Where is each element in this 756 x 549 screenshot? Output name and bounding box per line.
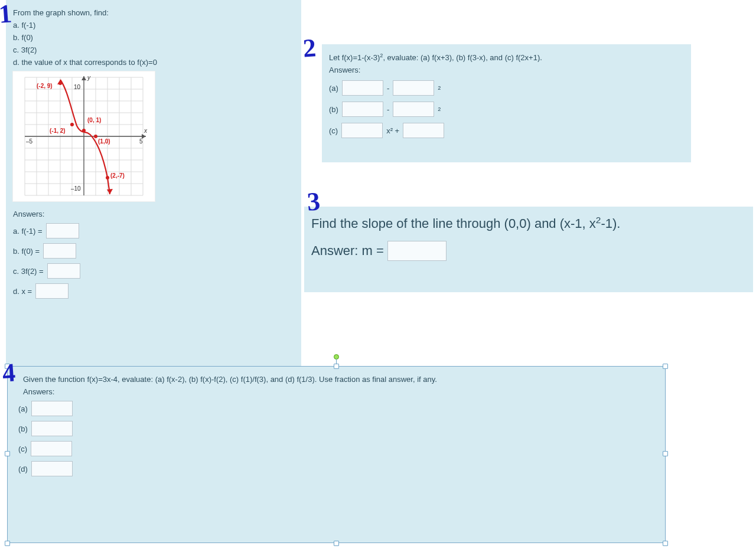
q1-answer-a-input[interactable] — [46, 223, 79, 238]
q4-d-input[interactable] — [31, 461, 73, 476]
q4-answer-d-row: (d) — [18, 461, 658, 476]
graph-y-label: y — [87, 74, 91, 81]
q2-a-input-1[interactable] — [342, 80, 383, 96]
q1-prompt: From the graph shown, find: — [13, 8, 294, 17]
q1-answer-d-input[interactable] — [35, 283, 69, 299]
q1-answers-label: Answers: — [13, 210, 294, 218]
q4-answer-b-row: (b) — [18, 421, 658, 436]
q1-answer-c-input[interactable] — [47, 263, 80, 279]
q1-item-b: b. f(0) — [13, 33, 294, 42]
q2-prompt-part1: Let f(x)=1-(x-3) — [329, 53, 380, 62]
graph-point-5: (2,-7) — [110, 172, 125, 179]
question-2-panel: Let f(x)=1-(x-3)2, evaluate: (a) f(x+3),… — [322, 44, 691, 162]
q1-answer-d-label: d. x = — [13, 287, 32, 296]
q4-a-input[interactable] — [31, 401, 73, 416]
q2-answer-a-row: (a) - 2 — [329, 80, 684, 96]
selection-handle-br[interactable] — [663, 541, 668, 546]
q2-a-sq: 2 — [438, 85, 441, 91]
q4-c-input[interactable] — [31, 441, 72, 456]
q1-item-a: a. f(-1) — [13, 21, 294, 30]
graph-tick-ybot: –10 — [71, 185, 81, 192]
q3-prompt-part2: -1). — [601, 216, 620, 231]
graph-point-3: (-1, 2) — [50, 128, 66, 134]
q1-answer-b-label: b. f(0) = — [13, 247, 40, 256]
q4-b-input[interactable] — [31, 421, 73, 436]
q2-b-input-2[interactable] — [393, 102, 434, 117]
graph-tick-xleft: –5 — [26, 138, 33, 145]
q2-b-minus: - — [387, 105, 389, 114]
q4-answer-c-row: (c) — [18, 441, 658, 456]
svg-point-32 — [106, 176, 109, 179]
q3-prompt-part1: Find the slope of the line through (0,0)… — [311, 216, 596, 231]
q2-answer-c-row: (c) x² + — [329, 123, 684, 138]
q2-b-input-1[interactable] — [342, 102, 383, 117]
question-4-panel: Given the function f(x)=3x-4, evaluate: … — [7, 366, 666, 543]
q1-answer-b-row: b. f(0) = — [13, 243, 294, 259]
svg-point-30 — [82, 129, 86, 132]
graph-tick-xright: 5 — [139, 138, 143, 145]
selection-handle-mr[interactable] — [663, 451, 668, 456]
selection-handle-tl[interactable] — [5, 364, 10, 369]
selection-handle-bc[interactable] — [334, 541, 339, 546]
q2-b-sq: 2 — [438, 106, 441, 112]
q2-a-input-2[interactable] — [393, 80, 434, 96]
q4-answer-a-row: (a) — [18, 401, 658, 416]
q1-answer-a-label: a. f(-1) = — [13, 227, 43, 236]
q4-a-label: (a) — [18, 404, 28, 413]
q2-prompt: Let f(x)=1-(x-3)2, evaluate: (a) f(x+3),… — [329, 53, 684, 62]
q2-a-label: (a) — [329, 84, 338, 93]
q2-answer-b-row: (b) - 2 — [329, 102, 684, 117]
q1-item-d: d. the value of x that corresponds to f(… — [13, 58, 294, 67]
q4-c-label: (c) — [18, 445, 27, 453]
q1-answer-d-row: d. x = — [13, 283, 294, 299]
q1-answer-a-row: a. f(-1) = — [13, 223, 294, 238]
handwritten-2: 2 — [302, 35, 317, 61]
svg-marker-25 — [82, 76, 86, 80]
selection-handle-tr[interactable] — [663, 364, 668, 369]
graph-point-4: (1,0) — [98, 138, 110, 145]
q2-c-input-1[interactable] — [341, 123, 383, 138]
question-1-panel: From the graph shown, find: a. f(-1) b. … — [6, 0, 301, 366]
q3-answer-label: Answer: m = — [311, 243, 384, 259]
graph-point-2: (0, 1) — [87, 117, 101, 123]
q1-answer-c-label: c. 3f(2) = — [13, 267, 44, 276]
q4-b-label: (b) — [18, 424, 28, 433]
svg-point-28 — [58, 81, 62, 85]
q2-answers-label: Answers: — [329, 66, 684, 74]
q2-c-label: (c) — [329, 126, 338, 135]
selection-handle-ml[interactable] — [5, 451, 10, 456]
q3-prompt: Find the slope of the line through (0,0)… — [311, 215, 746, 231]
q1-answer-c-row: c. 3f(2) = — [13, 263, 294, 279]
q2-c-input-2[interactable] — [403, 123, 444, 138]
q2-prompt-part2: , evaluate: (a) f(x+3), (b) f(3-x), and … — [383, 53, 542, 62]
q1-graph: (-2, 9) (0, 1) (-1, 2) (1,0) (2,-7) 10 –… — [13, 71, 155, 201]
graph-point-1: (-2, 9) — [37, 83, 53, 89]
selection-handle-bl[interactable] — [5, 541, 10, 546]
svg-point-31 — [94, 135, 97, 138]
q4-d-label: (d) — [18, 465, 28, 473]
q1-answer-b-input[interactable] — [43, 243, 76, 259]
q2-a-minus: - — [387, 84, 389, 93]
q1-item-c: c. 3f(2) — [13, 45, 294, 54]
q4-answers-label: Answers: — [23, 387, 658, 396]
q3-answer-input[interactable] — [387, 241, 447, 261]
svg-point-29 — [70, 123, 74, 126]
graph-tick-ytop: 10 — [74, 84, 81, 90]
q3-answer-row: Answer: m = — [311, 241, 746, 261]
graph-x-label: x — [144, 128, 148, 134]
question-3-panel: Find the slope of the line through (0,0)… — [304, 207, 753, 292]
q2-b-label: (b) — [329, 105, 338, 114]
selection-handle-tc[interactable] — [334, 364, 339, 369]
q2-c-mid: x² + — [386, 126, 399, 135]
q4-prompt: Given the function f(x)=3x-4, evaluate: … — [23, 375, 658, 384]
